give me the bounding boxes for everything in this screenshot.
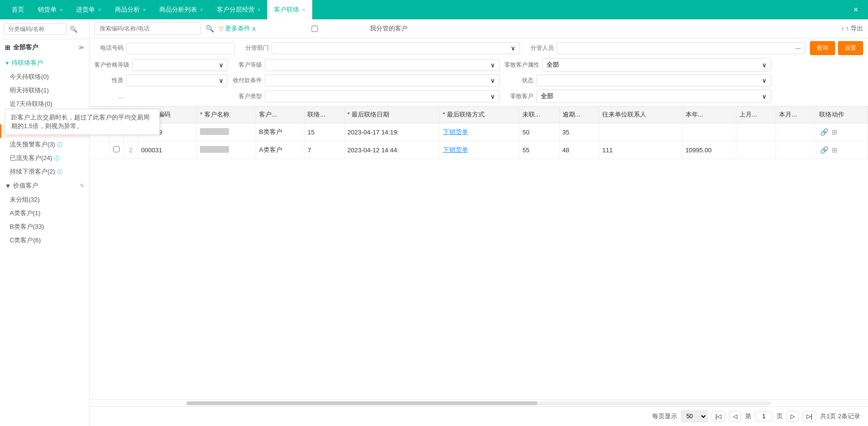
row2-name[interactable] (197, 141, 256, 159)
window-close-button[interactable]: × (848, 5, 863, 15)
sidebar-item-tomorrow-pending[interactable]: 明天待联络(1) (0, 84, 89, 97)
settings-button[interactable]: 设置 (838, 41, 863, 55)
last-page-button[interactable]: ▷| (803, 411, 816, 422)
edit-icon[interactable]: ✎ (80, 183, 84, 189)
sidebar-item-lost-warning[interactable]: 流失预警客户(3) ⓘ (0, 138, 89, 151)
col-last-month[interactable]: 上月... (736, 106, 776, 123)
sidebar-item-unclassified[interactable]: 未分组(32) (0, 193, 89, 206)
close-customer-contact-icon[interactable]: × (302, 7, 305, 13)
col-name[interactable]: * 客户名称 (197, 106, 256, 123)
sidebar-pending-contact-group[interactable]: ▼ 待联络客户 (0, 56, 89, 70)
retail-attr-dropdown[interactable]: 全部 ∨ (542, 58, 771, 72)
col-current-year[interactable]: 本年... (682, 106, 736, 123)
current-page-input[interactable] (755, 411, 773, 421)
my-customers-checkbox-label[interactable]: 我分管的客户 (261, 24, 408, 33)
next-page-button[interactable]: ▷ (787, 411, 799, 422)
sidebar-item-today-pending[interactable]: 今天待联络(0) (0, 70, 89, 84)
nav-purchase-order[interactable]: 进货单 × (69, 0, 107, 19)
row2-checkbox[interactable] (113, 146, 120, 152)
search-input[interactable] (94, 22, 201, 35)
sidebar-item-b-class[interactable]: B类客户(33) (0, 220, 89, 234)
customer-type-dropdown[interactable]: ∨ (265, 90, 500, 103)
sidebar-value-group[interactable]: ▼ 价值客户 ✎ (0, 178, 89, 193)
sidebar-search-input[interactable] (4, 23, 67, 35)
customer-level-label: 客户等级 (233, 61, 262, 69)
phone-input[interactable] (126, 43, 235, 54)
scrollbar-thumb[interactable] (186, 401, 537, 405)
nav-product-analysis-list[interactable]: 商品分析列表 × (152, 0, 210, 19)
horizontal-scrollbar[interactable] (90, 399, 868, 406)
price-level-field: 客户价格等级 ∨ (94, 59, 228, 71)
row1-contact-person (599, 123, 682, 141)
more-conditions-button[interactable]: ▽ 更多条件 ∧ (219, 24, 257, 33)
phone-label: 电话号码 (94, 44, 123, 52)
row1-last-contact-method[interactable]: 下销货单 (440, 123, 519, 141)
col-last-contact-method[interactable]: * 最后联络方式 (440, 106, 519, 123)
filter-row-2: 客户价格等级 ∨ 客户等级 ∨ 零散客户属性 全部 (94, 58, 863, 72)
col-last-contact-date[interactable]: * 最后联络日期 (344, 106, 440, 123)
row2-grid-icon[interactable]: ⊞ (831, 145, 838, 155)
declining-info-icon[interactable]: ⓘ (57, 168, 62, 176)
extra-field: ... (94, 93, 228, 100)
filter-bar: 🔍 ▽ 更多条件 ∧ 我分管的客户 ↑ ↑ 导出 (90, 19, 868, 38)
row1-link-icon[interactable]: 🔗 (819, 127, 829, 137)
retail-dropdown[interactable]: 全部 ∨ (536, 89, 771, 103)
price-level-dropdown[interactable]: ∨ (132, 59, 228, 71)
dept-dropdown[interactable]: ∨ (272, 42, 520, 54)
close-sales-order-icon[interactable]: × (60, 7, 62, 13)
row2-last-contact-method[interactable]: 下销货单 (440, 141, 519, 159)
table-area[interactable]: ⚙ * 客户编码 * 客户名称 客户... 联络... * 最后联络日期 (90, 106, 868, 399)
close-product-analysis-list-icon[interactable]: × (200, 7, 203, 13)
per-page-select[interactable]: 50 10 20 100 (681, 411, 708, 422)
price-level-label: 客户价格等级 (94, 61, 129, 69)
col-unlocked[interactable]: 未联... (519, 106, 559, 123)
nav-home[interactable]: 首页 (5, 0, 31, 19)
row2-code[interactable]: 000031 (138, 141, 197, 159)
prev-page-button[interactable]: ◁ (729, 411, 741, 422)
sidebar-item-declining[interactable]: 持续下滑客户(2) ⓘ (0, 165, 89, 178)
retail-attr-field: 零散客户属性 全部 ∨ (504, 58, 771, 72)
row2-actions: 🔗 ⊞ (816, 141, 868, 159)
row2-checkbox-cell[interactable] (109, 141, 123, 159)
sidebar-item-c-class[interactable]: C类客户(6) (0, 234, 89, 247)
row2-contact-person: 111 (599, 141, 682, 159)
row1-grid-icon[interactable]: ⊞ (831, 127, 838, 137)
status-dropdown[interactable]: ∨ (536, 74, 771, 87)
my-customers-checkbox[interactable] (261, 26, 368, 32)
query-button[interactable]: 查询 (810, 41, 835, 55)
export-button[interactable]: ↑ ↑ 导出 (841, 24, 863, 33)
col-customer-class[interactable]: 客户... (256, 106, 304, 123)
sidebar-collapse-icon[interactable]: ≫ (78, 44, 84, 51)
col-current-month[interactable]: 本月... (776, 106, 816, 123)
nav-customer-segmentation[interactable]: 客户分层经营 × (210, 0, 267, 19)
col-contact-count[interactable]: 联络... (305, 106, 344, 123)
close-customer-segmentation-icon[interactable]: × (258, 7, 260, 13)
row2-last-month (736, 141, 776, 159)
row2-contact-count: 7 (305, 141, 344, 159)
sidebar-item-already-lost[interactable]: 已流失客户(24) ⓘ (0, 151, 89, 165)
already-lost-info-icon[interactable]: ⓘ (54, 155, 60, 162)
row1-name[interactable] (197, 123, 256, 141)
gender-dropdown[interactable]: ∨ (126, 74, 228, 87)
row1-unlocked: 50 (519, 123, 559, 141)
manager-dropdown[interactable]: ··· (557, 42, 805, 54)
close-product-analysis-icon[interactable]: × (143, 7, 146, 13)
search-button[interactable]: 🔍 (206, 25, 214, 32)
sidebar-search-icon[interactable]: 🔍 (70, 26, 77, 33)
row2-link-icon[interactable]: 🔗 (819, 145, 829, 155)
sidebar-item-a-class[interactable]: A类客户(1) (0, 206, 89, 220)
content-area: 🔍 ▽ 更多条件 ∧ 我分管的客户 ↑ ↑ 导出 电话号码 (90, 19, 868, 426)
phone-field: 电话号码 (94, 43, 235, 54)
sidebar-all-customers[interactable]: ⊞ 全部客户 ≫ (0, 39, 89, 56)
lost-info-icon[interactable]: ⓘ (57, 141, 62, 148)
payment-dropdown[interactable]: ∨ (265, 74, 500, 87)
nav-customer-contact[interactable]: 客户联络 × (267, 0, 312, 19)
first-page-button[interactable]: |◁ (712, 411, 725, 422)
manager-label: 分管人员 (525, 44, 554, 52)
customer-level-dropdown[interactable]: ∨ (265, 59, 500, 71)
col-contact-person[interactable]: 往来单位联系人 (599, 106, 682, 123)
nav-sales-order[interactable]: 销货单 × (31, 0, 69, 19)
nav-product-analysis[interactable]: 商品分析 × (108, 0, 152, 19)
col-overdue[interactable]: 逾期... (559, 106, 599, 123)
close-purchase-order-icon[interactable]: × (98, 7, 101, 13)
